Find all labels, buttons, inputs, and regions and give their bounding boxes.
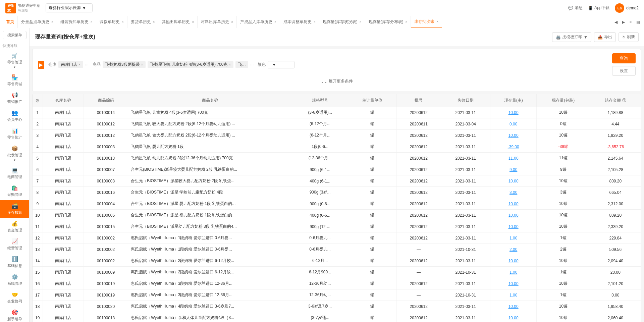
close-icon[interactable]: × [436, 20, 438, 23]
sidebar-item-purchase[interactable]: 🛍️ 采购管理 [0, 182, 29, 200]
td-no: 9 [33, 198, 43, 210]
tab-chengpin[interactable]: 产成品入库单历史 × [237, 16, 280, 28]
tab-xiancun2[interactable]: 现存量(库存分布表) × [365, 16, 411, 28]
tab-xiancun1[interactable]: 现存量(库存状况表) × [319, 16, 365, 28]
wholesale-icon: 📦 [11, 145, 18, 152]
tag-close-icon[interactable]: × [78, 63, 80, 66]
td-qty-main[interactable]: 10.00 [490, 312, 536, 322]
td-amount: 4.44 [590, 118, 641, 130]
query-btn[interactable]: 查询 [612, 53, 636, 63]
td-qty-main[interactable]: 10.00 [490, 107, 536, 118]
sidebar-item-retail-mgmt[interactable]: 🛒 零售管理 ▼ [0, 50, 29, 71]
refresh-btn[interactable]: ↻ 刷新 [619, 32, 639, 42]
td-qty-main[interactable]: 10.00 [490, 301, 536, 312]
td-qty-main[interactable]: 10.00 [490, 210, 536, 221]
td-qty-main[interactable]: 10.00 [490, 198, 536, 210]
sidebar-item-operations[interactable]: 📈 经营管理 [0, 235, 29, 253]
tab-qitachu[interactable]: 其他出库单历史 × [158, 16, 198, 28]
close-icon[interactable]: × [274, 20, 276, 24]
close-icon[interactable]: × [360, 20, 362, 24]
close-icon[interactable]: × [122, 20, 124, 24]
close-icon[interactable]: × [314, 20, 316, 24]
td-qty-main[interactable]: 10.00 [490, 221, 536, 232]
tag-close-icon[interactable]: × [229, 63, 231, 66]
table-row: 17 南库门店 00100019 惠氏启赋（Wyeth illuma）3段奶粉 … [33, 289, 641, 301]
expand-btn[interactable]: ▶ [38, 61, 44, 69]
td-qty-main[interactable]: 11.00 [490, 153, 536, 164]
sidebar-item-retail-mall[interactable]: 🏪 零售商城 [0, 71, 29, 89]
tab-diaopo[interactable]: 调拨单历史 × [96, 16, 127, 28]
td-unit: 罐 [348, 244, 396, 255]
tab-right-arrow[interactable]: ▶ [620, 19, 627, 25]
close-icon[interactable]: × [153, 20, 155, 24]
td-qty-main[interactable]: 0.00 [490, 118, 536, 130]
td-name: 合生元（BIOSTIME）派星 学龄前儿童配方奶粉 4段 [128, 187, 292, 198]
warehouse-more-icon[interactable]: ··· [85, 62, 89, 67]
print-btn[interactable]: 🖨️ 按模板打印 ▼ [552, 32, 591, 42]
warehouse-filter: 仓库 南库门店 × ··· [48, 61, 89, 68]
refresh-icon: ↻ [622, 35, 626, 40]
tab-yaohuo[interactable]: 要货单历史 × [127, 16, 159, 28]
td-qty-main[interactable]: 2.00 [490, 244, 536, 255]
sidebar-item-finance[interactable]: 💰 资金管理 [0, 218, 29, 235]
tab-chengben[interactable]: 成本调整单历史 × [280, 16, 319, 28]
td-qty-main[interactable]: 1.00 [490, 267, 536, 278]
td-qty-main[interactable]: 1.00 [490, 232, 536, 244]
td-name: 惠氏启赋（Wyeth illuma）3段奶粉 爱尔兰进口 12-36月... [128, 289, 292, 301]
user-area[interactable]: Ea demo2 [615, 3, 639, 13]
header-right: 💬 消息 📱 App下载 Ea demo2 [568, 3, 639, 13]
td-spec: 6-12月900... [292, 267, 348, 278]
sidebar-item-cooperation[interactable]: 🤝 企业协同 [0, 289, 29, 307]
tab-menu-icon[interactable]: ▤ [635, 19, 641, 25]
color-select[interactable]: ▼ [268, 61, 294, 68]
td-amount: 2,094.40 [590, 255, 641, 267]
product-more-icon[interactable]: ··· [250, 62, 254, 67]
sidebar-item-members[interactable]: 👥 会员中心 [0, 107, 29, 125]
td-qty-main[interactable]: 1.00 [490, 289, 536, 301]
sidebar-item-guide[interactable]: 🎯 新手引导 [0, 307, 29, 322]
td-qty-main[interactable]: 10.00 [490, 130, 536, 141]
td-spec: 900g (0-6... [292, 198, 348, 210]
tab-close-arrow[interactable]: × [627, 19, 634, 25]
td-qty-main[interactable]: -39.00 [490, 141, 536, 153]
td-spec: 900g (3岁... [292, 187, 348, 198]
td-qty-pkg: 10罐 [536, 130, 590, 141]
td-qty-main[interactable]: 10.00 [490, 278, 536, 289]
sidebar-item-system[interactable]: ⚙️ 系统管理 [0, 271, 29, 289]
sidebar-item-basics[interactable]: ℹ️ 基础信息 [0, 253, 29, 271]
table-settings-icon[interactable]: ⚙ [35, 98, 40, 103]
export-btn[interactable]: 📤 导出 [594, 32, 616, 42]
tab-kucunpici[interactable]: 库存批次账 × [411, 16, 442, 28]
td-expire: 2021-03-11 [441, 175, 490, 187]
tab-cailiaochu[interactable]: 材料出库单历史 × [198, 16, 237, 28]
close-icon[interactable]: × [51, 20, 53, 24]
td-batch: 20200611 [396, 118, 441, 130]
close-icon[interactable]: × [231, 20, 233, 24]
search-menu-btn[interactable]: 搜索菜单 [3, 31, 26, 39]
td-qty-main[interactable]: 10.00 [490, 175, 536, 187]
td-expire: 2021-03-11 [441, 187, 490, 198]
td-batch: 20200612 [396, 312, 441, 322]
expand-more-btn[interactable]: ⌄⌄ 展开更多条件 [38, 78, 636, 84]
app-download-btn[interactable]: 📱 App下载 [588, 5, 609, 11]
tab-fenpan[interactable]: 分量盘点单历史 × [18, 16, 57, 28]
close-icon[interactable]: × [406, 20, 408, 24]
industry-select[interactable]: 母婴行业演示账套 ▼ [46, 3, 93, 12]
close-icon[interactable]: × [91, 20, 93, 24]
sidebar-item-wholesale[interactable]: 📦 批发管理 ▼ [0, 143, 29, 164]
tab-home[interactable]: 首页 [3, 16, 18, 28]
sidebar-item-marketing[interactable]: 📢 营销推广 [0, 89, 29, 107]
sidebar-item-ecommerce[interactable]: 💻 电商管理 [0, 164, 29, 182]
settings-btn[interactable]: 设置 [612, 66, 636, 76]
td-qty-main[interactable]: 9.00 [490, 164, 536, 175]
tab-left-arrow[interactable]: ◀ [612, 19, 619, 25]
sidebar-item-inventory[interactable]: 🗃️ 库存核算 [0, 200, 29, 218]
sidebar-item-retail-stats[interactable]: 📊 零售统计 [0, 125, 29, 143]
td-qty-main[interactable]: 3.00 [490, 187, 536, 198]
tag-close-icon[interactable]: × [141, 63, 143, 66]
td-no: 7 [33, 175, 43, 187]
td-qty-main[interactable]: 10.00 [490, 255, 536, 267]
tab-zuzhuang[interactable]: 组装拆卸单历史 × [57, 16, 96, 28]
close-icon[interactable]: × [192, 20, 194, 24]
messages-btn[interactable]: 💬 消息 [568, 5, 583, 11]
